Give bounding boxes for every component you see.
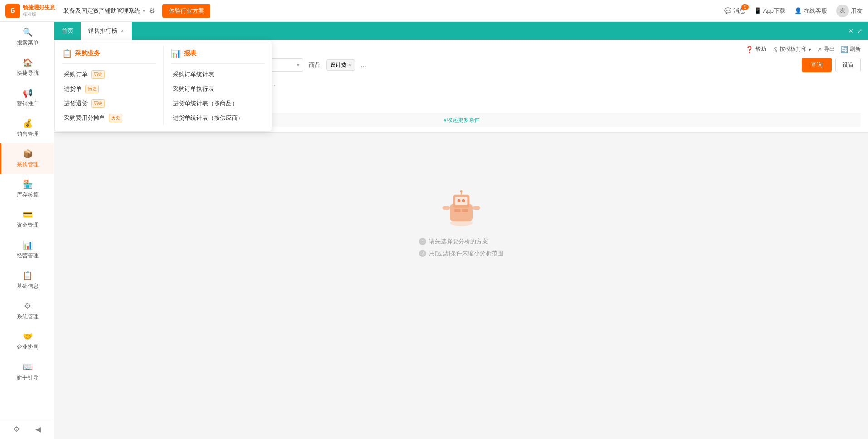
dropdown-col-report: 📊 报表 采购订单统计表 采购订单执行表 进货单统计表（按商品） 进货单统计表（… bbox=[163, 46, 272, 125]
svg-text:6: 6 bbox=[11, 7, 15, 15]
svg-point-7 bbox=[462, 199, 465, 202]
help-btn[interactable]: ❓ 帮助 bbox=[746, 45, 766, 53]
sidebar-bottom: ⚙ ◀ bbox=[0, 419, 54, 439]
settings-icon[interactable]: ⚙ bbox=[149, 6, 155, 15]
dropdown-col-purchase: 📋 采购业务 采购订单 历史 进货单 历史 进货退货 历史 bbox=[55, 46, 163, 125]
operations-icon: 📊 bbox=[23, 240, 33, 250]
main-layout: 🔍 搜索菜单 🏠 快捷导航 📢 营销推广 💰 销售管理 📦 采购管理 🏪 库存核… bbox=[0, 22, 868, 439]
finance-icon: 💳 bbox=[23, 210, 33, 220]
sidebar-item-operations[interactable]: 📊 经营管理 bbox=[0, 235, 54, 265]
dropdown-item-inbound-by-goods[interactable]: 进货单统计表（按商品） bbox=[171, 96, 265, 111]
history-badge-1: 历史 bbox=[85, 85, 99, 93]
report-col-icon: 📊 bbox=[171, 49, 181, 59]
industry-btn[interactable]: 体验行业方案 bbox=[162, 4, 210, 18]
sidebar-item-marketing[interactable]: 📢 营销推广 bbox=[0, 83, 54, 113]
sidebar-item-search[interactable]: 🔍 搜索菜单 bbox=[0, 22, 54, 52]
sidebar-item-basic[interactable]: 📋 基础信息 bbox=[0, 265, 54, 296]
sales-icon: 💰 bbox=[23, 118, 33, 128]
dropdown-item-return[interactable]: 进货退货 历史 bbox=[62, 96, 156, 111]
content-area: 首页 销售排行榜 ✕ ✕ ⤢ ❓ 帮助 bbox=[54, 22, 868, 439]
message-badge: 9 bbox=[741, 4, 749, 10]
tab-close-icon[interactable]: ✕ bbox=[120, 28, 124, 34]
tab-sales-rank[interactable]: 销售排行榜 ✕ bbox=[81, 22, 132, 40]
print-icon: 🖨 bbox=[771, 46, 778, 53]
app-download-btn[interactable]: 📱 App下载 bbox=[754, 7, 785, 15]
system-title: 装备及固定资产辅助管理系统 ▾ bbox=[63, 7, 145, 15]
system-icon: ⚙ bbox=[24, 301, 31, 311]
basic-icon: 📋 bbox=[23, 271, 33, 281]
empty-robot-icon bbox=[439, 189, 484, 230]
dropdown-item-order-stat[interactable]: 采购订单统计表 bbox=[171, 67, 265, 82]
user-profile-btn[interactable]: 友 用友 bbox=[836, 5, 863, 17]
dropdown-item-purchase-order[interactable]: 采购订单 历史 bbox=[62, 67, 156, 82]
message-icon: 💬 bbox=[724, 7, 731, 14]
sidebar-item-finance[interactable]: 💳 资金管理 bbox=[0, 204, 54, 235]
svg-rect-12 bbox=[454, 209, 460, 212]
tab-home[interactable]: 首页 bbox=[54, 22, 81, 40]
refresh-icon: 🔄 bbox=[840, 46, 848, 53]
svg-rect-10 bbox=[442, 206, 450, 210]
help-icon: ❓ bbox=[746, 46, 753, 53]
sidebar: 🔍 搜索菜单 🏠 快捷导航 📢 营销推广 💰 销售管理 📦 采购管理 🏪 库存核… bbox=[0, 22, 54, 439]
sidebar-item-system[interactable]: ⚙ 系统管理 bbox=[0, 296, 54, 326]
dropdown-col-purchase-title: 📋 采购业务 bbox=[62, 46, 156, 64]
svg-point-6 bbox=[458, 199, 461, 202]
refresh-btn[interactable]: 🔄 刷新 bbox=[840, 45, 861, 53]
goods-tag-close[interactable]: × bbox=[348, 62, 351, 68]
dropdown-item-inbound[interactable]: 进货单 历史 bbox=[62, 82, 156, 96]
tab-controls: ✕ ⤢ bbox=[848, 27, 868, 35]
sidebar-item-newbie[interactable]: 📖 新手引导 bbox=[0, 356, 54, 387]
dropdown-item-inbound-by-supplier[interactable]: 进货单统计表（按供应商） bbox=[171, 111, 265, 125]
query-actions: 查询 设置 bbox=[802, 58, 861, 72]
svg-rect-5 bbox=[455, 197, 468, 205]
print-btn[interactable]: 🖨 按模板打印 ▾ bbox=[771, 45, 811, 53]
home-icon: 🏠 bbox=[23, 58, 33, 68]
sidebar-item-cooperation[interactable]: 🤝 企业协同 bbox=[0, 326, 54, 356]
query-btn[interactable]: 查询 bbox=[802, 58, 832, 72]
goods-more-btn[interactable]: ... bbox=[361, 61, 366, 69]
empty-tip-1: 1 请先选择要分析的方案 bbox=[419, 237, 503, 246]
svg-point-9 bbox=[460, 190, 463, 192]
cooperation-icon: 🤝 bbox=[23, 331, 33, 341]
top-header: 6 畅捷通好生意 标准版 装备及固定资产辅助管理系统 ▾ ⚙ 体验行业方案 💬 … bbox=[0, 0, 868, 22]
phone-icon: 📱 bbox=[754, 7, 761, 14]
goods-label: 商品 bbox=[309, 61, 321, 69]
purchase-col-icon: 📋 bbox=[62, 49, 72, 59]
brand-text: 畅捷通好生意 标准版 bbox=[23, 4, 55, 18]
sidebar-item-sales[interactable]: 💰 销售管理 bbox=[0, 113, 54, 143]
marketing-icon: 📢 bbox=[23, 88, 33, 98]
dropdown-item-order-exec[interactable]: 采购订单执行表 bbox=[171, 82, 265, 96]
collapse-arrow-icon: ∧ bbox=[443, 117, 447, 123]
voucher-status-arrow: ▾ bbox=[297, 63, 299, 68]
system-dropdown-arrow[interactable]: ▾ bbox=[143, 8, 145, 13]
empty-tips: 1 请先选择要分析的方案 2 用[过滤]条件来缩小分析范围 bbox=[419, 237, 503, 257]
sidebar-item-purchase[interactable]: 📦 采购管理 bbox=[0, 143, 54, 174]
svg-rect-13 bbox=[462, 209, 468, 212]
sidebar-collapse-icon[interactable]: ◀ bbox=[35, 425, 41, 434]
online-service-btn[interactable]: 👤 在线客服 bbox=[795, 7, 827, 15]
export-icon: ↗ bbox=[817, 46, 822, 53]
user-avatar: 友 bbox=[836, 5, 849, 17]
message-btn[interactable]: 💬 消息 9 bbox=[724, 7, 745, 15]
search-icon: 🔍 bbox=[23, 27, 33, 37]
newbie-icon: 📖 bbox=[23, 362, 33, 372]
sidebar-settings-icon[interactable]: ⚙ bbox=[13, 425, 20, 434]
dropdown-col-report-title: 📊 报表 bbox=[171, 46, 265, 64]
empty-tip-2: 2 用[过滤]条件来缩小分析范围 bbox=[419, 249, 503, 257]
tab-close-btn[interactable]: ✕ bbox=[848, 27, 853, 35]
goods-tag: 设计费 × bbox=[326, 59, 355, 71]
empty-icon-wrapper bbox=[439, 189, 484, 232]
settings-btn[interactable]: 设置 bbox=[835, 58, 861, 72]
history-badge-2: 历史 bbox=[91, 99, 105, 108]
sidebar-item-inventory[interactable]: 🏪 库存核算 bbox=[0, 174, 54, 204]
tab-fullscreen-btn[interactable]: ⤢ bbox=[857, 27, 863, 35]
logo-icon: 6 bbox=[5, 4, 20, 18]
tab-bar: 首页 销售排行榜 ✕ ✕ ⤢ bbox=[54, 22, 868, 40]
dropdown-item-expense[interactable]: 采购费用分摊单 历史 bbox=[62, 111, 156, 125]
sidebar-item-quick-nav[interactable]: 🏠 快捷导航 bbox=[0, 52, 54, 83]
toolbar-actions: ❓ 帮助 🖨 按模板打印 ▾ ↗ 导出 🔄 bbox=[746, 45, 861, 53]
dropdown-overlay: 📋 采购业务 采购订单 历史 进货单 历史 进货退货 历史 bbox=[54, 40, 272, 131]
logo-area: 6 畅捷通好生意 标准版 bbox=[5, 4, 60, 18]
export-btn[interactable]: ↗ 导出 bbox=[817, 45, 835, 53]
inventory-icon: 🏪 bbox=[23, 179, 33, 189]
